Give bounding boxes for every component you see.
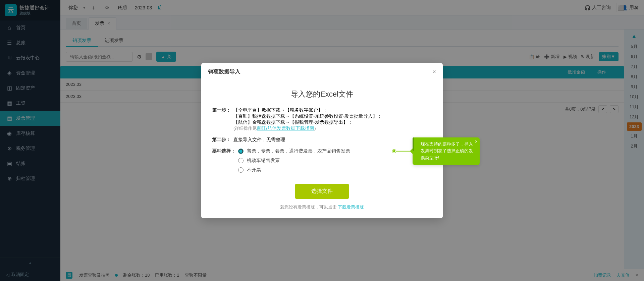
step1-line2: 【百旺】税控盘数据下载→【系统设置-系统参数设置-发票批量导入】；: [233, 113, 382, 119]
step1-row: 第一步： 【全电平台】数据下载→【税务数字账户】； 【百旺】税控盘数据下载→【系…: [212, 107, 432, 131]
modal-overlay[interactable]: 销项数据导入 × 导入您的Excel文件 第一步： 【全电平台】数据下载→【税务…: [0, 0, 644, 281]
ticket-label: 票种选择：: [212, 148, 235, 173]
ticket-option-2: 机动车销售发票: [238, 158, 350, 164]
modal-title: 销项数据导入: [208, 68, 240, 75]
modal-dialog: 销项数据导入 × 导入您的Excel文件 第一步： 【全电平台】数据下载→【税务…: [201, 63, 443, 218]
ticket-radio-2[interactable]: [238, 158, 244, 163]
ticket-label-3: 不开票: [247, 167, 261, 173]
ticket-options: 普票，专票，卷票，通行费发票，农产品销售发票 现在支持的票种多了，导入发票时别忘…: [238, 148, 350, 173]
tooltip-dot: [392, 149, 396, 153]
ticket-radio-1[interactable]: [238, 149, 244, 154]
ticket-option-3: 不开票: [238, 167, 350, 173]
modal-main-title: 导入您的Excel文件: [212, 89, 432, 99]
step1-content: 【全电平台】数据下载→【税务数字账户】； 【百旺】税控盘数据下载→【系统设置-系…: [233, 107, 382, 131]
modal-close-btn[interactable]: ×: [432, 68, 436, 75]
ticket-label-1: 普票，专票，卷票，通行费发票，农产品销售发票: [247, 148, 350, 154]
step1-line3: 【航信】金税盘数据下载→【报税管理-发票数据导出】；: [233, 119, 382, 125]
step1-link-prefix: (详细操作见: [233, 126, 257, 131]
tooltip-bar: [413, 137, 414, 151]
step2-label: 第二步：: [212, 137, 231, 143]
step1-guide-link[interactable]: 百旺/航信发票数据下载指南: [257, 125, 314, 131]
tooltip-bubble: 现在支持的票种多了，导入发票时别忘了选择正确的发票类型呀! ×: [413, 137, 480, 165]
ticket-radio-3[interactable]: [238, 167, 244, 173]
step1-inline: 第一步： 【全电平台】数据下载→【税务数字账户】； 【百旺】税控盘数据下载→【系…: [212, 107, 432, 131]
select-file-btn[interactable]: 选择文件: [295, 184, 349, 199]
tooltip-container: 现在支持的票种多了，导入发票时别忘了选择正确的发票类型呀! ×: [392, 137, 480, 165]
modal-footer: 选择文件 若您没有发票模版，可以点击 下载发票模版: [201, 178, 443, 218]
tooltip-close-btn[interactable]: ×: [475, 138, 478, 144]
step1-link-row: (详细操作见百旺/航信发票数据下载指南): [233, 125, 382, 131]
tooltip-text: 现在支持的票种多了，导入发票时别忘了选择正确的发票类型呀!: [417, 140, 475, 161]
step1-link-suffix: ): [314, 126, 316, 131]
footer-note-text: 若您没有发票模版，可以点击: [280, 205, 337, 210]
modal-header: 销项数据导入 ×: [201, 63, 443, 81]
ticket-option-1: 普票，专票，卷票，通行费发票，农产品销售发票 现在支持的票种多了，导入发票时别忘…: [238, 148, 350, 154]
download-template-link[interactable]: 下载发票模版: [338, 205, 364, 210]
ticket-label-row: 票种选择： 普票，专票，卷票，通行费发票，农产品销售发票: [212, 148, 432, 173]
ticket-section: 票种选择： 普票，专票，卷票，通行费发票，农产品销售发票: [212, 148, 432, 173]
ticket-label-2: 机动车销售发票: [247, 158, 280, 164]
modal-footer-note: 若您没有发票模版，可以点击 下载发票模版: [212, 204, 432, 210]
step1-line1: 【全电平台】数据下载→【税务数字账户】；: [233, 107, 382, 113]
step2-content: 直接导入文件，无需整理: [233, 137, 285, 143]
modal-body: 导入您的Excel文件 第一步： 【全电平台】数据下载→【税务数字账户】； 【百…: [201, 81, 443, 178]
step1-label: 第一步：: [212, 107, 231, 131]
